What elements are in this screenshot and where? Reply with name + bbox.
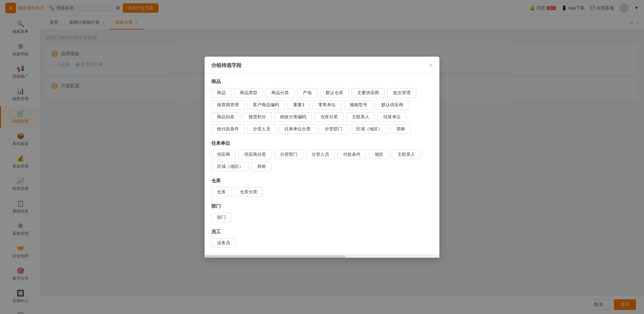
field-tag[interactable]: 默认仓库 (320, 88, 349, 98)
field-group-product: 商品 商品 商品类型 商品分类 产地 默认仓库 主要供应商 批次管理 保质期管理… (211, 79, 433, 134)
field-tag[interactable]: 供应商 (211, 150, 236, 159)
field-tag[interactable]: 主要供应商 (352, 88, 385, 98)
field-group-employee-title: 员工 (211, 229, 433, 235)
modal-header: 分组待选字段 × (205, 57, 439, 73)
modal-hscroll-thumb (205, 255, 345, 258)
field-tag[interactable]: 仓库分类 (315, 112, 343, 122)
field-tags-partner: 供应商 供应商分类 分管部门 分管人员 付款条件 地区 主联系人 区域（地区） … (211, 150, 433, 171)
field-tag[interactable]: 客户商品编码 (247, 100, 285, 110)
field-tag[interactable]: 产地 (297, 88, 317, 98)
modal-close-btn[interactable]: × (429, 62, 433, 69)
field-tag[interactable]: 分管部门 (274, 150, 303, 159)
field-tag[interactable]: 默认供应商 (376, 100, 409, 110)
field-tag[interactable]: 商品别名 (211, 112, 240, 122)
field-tag[interactable]: 收付款条件 (211, 124, 245, 134)
field-tag[interactable]: 批次管理 (387, 88, 416, 98)
modal: 分组待选字段 × 商品 商品 商品类型 商品分类 产地 默认仓库 主要供应商 批… (205, 57, 439, 258)
field-tag[interactable]: 付款条件 (337, 150, 366, 159)
field-tag[interactable]: 结算单位 (378, 112, 407, 122)
field-tag[interactable]: 区域（地区） (351, 124, 388, 134)
field-tag[interactable]: 保质期管理 (211, 100, 245, 110)
field-group-department-title: 部门 (211, 203, 433, 209)
modal-title: 分组待选字段 (211, 62, 241, 69)
modal-overlay: 分组待选字段 × 商品 商品 商品类型 商品分类 产地 默认仓库 主要供应商 批… (0, 0, 644, 314)
field-tag[interactable]: 供应商分类 (238, 150, 272, 159)
field-group-warehouse-title: 仓库 (211, 178, 433, 184)
field-group-employee: 员工 业务员 (211, 229, 433, 248)
field-tag[interactable]: 规格型号 (344, 100, 373, 110)
field-group-department: 部门 部门 (211, 203, 433, 222)
field-tag[interactable]: 税收分类编码 (274, 112, 312, 122)
field-tag[interactable]: 主联系人 (392, 150, 421, 159)
field-group-partner-title: 往来单位 (211, 140, 433, 146)
field-tag[interactable]: 商品分类 (266, 88, 294, 98)
field-tag[interactable]: 部门 (211, 213, 231, 222)
field-tag[interactable]: 主联系人 (346, 112, 375, 122)
field-tag[interactable]: 简称 (252, 162, 272, 171)
field-tags-warehouse: 仓库 仓库分类 (211, 187, 433, 197)
field-tag[interactable]: 商品 (211, 88, 231, 98)
field-tag[interactable]: 零售单位 (313, 100, 341, 110)
field-tag[interactable]: 地区 (369, 150, 389, 159)
field-group-warehouse: 仓库 仓库 仓库分类 (211, 178, 433, 197)
field-tag[interactable]: 仓库 (211, 187, 231, 197)
field-tag[interactable]: 拣货积分 (243, 112, 272, 122)
field-tag[interactable]: 往来单位分类 (279, 124, 316, 134)
field-tag[interactable]: 仓库分类 (234, 187, 263, 197)
field-tag[interactable]: 分管部门 (319, 124, 348, 134)
field-tags-employee: 业务员 (211, 238, 433, 248)
field-tags-department: 部门 (211, 213, 433, 222)
field-tag[interactable]: 简称 (391, 124, 411, 134)
modal-body: 商品 商品 商品类型 商品分类 产地 默认仓库 主要供应商 批次管理 保质期管理… (205, 73, 439, 254)
field-tag[interactable]: 业务员 (211, 238, 236, 248)
field-group-product-title: 商品 (211, 79, 433, 85)
field-tags-product: 商品 商品类型 商品分类 产地 默认仓库 主要供应商 批次管理 保质期管理 客户… (211, 88, 433, 134)
field-tag[interactable]: 分管人员 (247, 124, 276, 134)
field-tag[interactable]: 商品类型 (234, 88, 263, 98)
field-tag[interactable]: 重量3 (287, 100, 310, 110)
field-tag[interactable]: 分管人员 (306, 150, 335, 159)
field-tag[interactable]: 区域（地区） (211, 162, 249, 171)
field-group-partner: 往来单位 供应商 供应商分类 分管部门 分管人员 付款条件 地区 主联系人 区域… (211, 140, 433, 171)
modal-hscroll[interactable] (205, 254, 439, 258)
